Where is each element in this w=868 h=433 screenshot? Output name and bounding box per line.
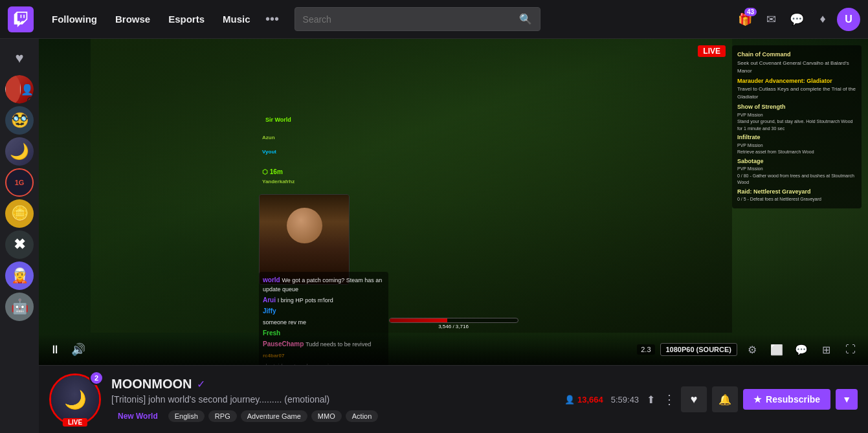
resub-label: Resubscribe <box>766 394 820 405</box>
sidebar-avatar-1[interactable]: 👤 <box>5 75 34 104</box>
stream-details: MOONMOON ✓ [Tritonis] john world's secon… <box>111 377 554 423</box>
viewers-count: 👤 13,664 <box>564 395 603 405</box>
sidebar-avatar-6[interactable]: ✖ <box>5 230 34 259</box>
favorite-button[interactable]: ♥ <box>681 386 707 412</box>
chat-message: Arui I bring HP pots m'lord <box>263 296 384 305</box>
tags-row: New World English RPG Adventure Game MMO… <box>111 410 554 423</box>
chat-icon-btn[interactable]: 💬 <box>785 8 808 31</box>
chat-message: Jiffy <box>263 307 384 316</box>
notification-badge: 43 <box>744 8 757 16</box>
nav-links: Following Browse Esports Music ••• <box>44 8 284 31</box>
resub-dropdown-button[interactable]: ▼ <box>836 389 858 410</box>
nav-esports[interactable]: Esports <box>161 8 212 30</box>
quest-panel: Chain of Command Seek out Covenant Gener… <box>732 45 862 208</box>
inbox-icon: ✉ <box>766 12 776 27</box>
settings-button[interactable]: ⚙ <box>742 340 762 359</box>
pause-button[interactable]: ⏸ <box>47 340 63 359</box>
sidebar-avatar-7[interactable]: 🧝 <box>5 261 34 290</box>
health-bar-container: 3,546 / 3,716 <box>389 318 518 329</box>
resubscribe-button[interactable]: ★ Resubscribe <box>743 389 830 410</box>
tag-mmo[interactable]: MMO <box>311 410 342 422</box>
chat-message: world We got a patch coming? Steam has a… <box>263 276 384 294</box>
stream-actions: 👤 13,664 5:59:43 ⬆ ⋮ ♥ 🔔 ★ Resubscribe ▼ <box>564 386 858 412</box>
health-text: 3,546 / 3,716 <box>389 324 518 329</box>
channel-avatar-container: 🌙 LIVE 2 <box>49 373 101 425</box>
sidebar: ♥ 👤 🥸 🌙 1G 🪙 ✖ 🧝 🤖 <box>0 39 39 433</box>
video-controls: ⏸ 🔊 2.3 1080P60 (SOURCE) ⚙ ⬜ 💬 ⊞ ⛶ <box>39 334 868 365</box>
top-navigation: Following Browse Esports Music ••• 🔍 🎁 4… <box>0 0 868 39</box>
live-indicator: LIVE <box>698 45 726 57</box>
viewer-count-display: 2.3 <box>637 344 654 355</box>
video-player[interactable]: Chain of Command Seek out Covenant Gener… <box>39 39 868 365</box>
webcam-overlay <box>259 194 350 285</box>
player-level: ⬡ 16m <box>262 168 283 175</box>
fullscreen-button[interactable]: ⛶ <box>841 340 860 359</box>
main-content: ♥ 👤 🥸 🌙 1G 🪙 ✖ 🧝 🤖 <box>0 39 868 433</box>
chat-icon: 💬 <box>790 12 804 27</box>
more-nav-icon[interactable]: ••• <box>261 8 284 31</box>
stream-title: [Tritonis] john world's second journey..… <box>111 394 554 405</box>
crown-icon-btn[interactable]: ♦ <box>811 8 834 31</box>
nav-following[interactable]: Following <box>44 8 105 30</box>
nav-music[interactable]: Music <box>215 8 258 30</box>
stream-meta: 👤 13,664 5:59:43 ⬆ ⋮ <box>564 392 676 407</box>
channel-live-label: LIVE <box>63 418 87 427</box>
sidebar-avatar-2[interactable]: 🥸 <box>5 106 34 135</box>
game-tag[interactable]: New World <box>111 410 164 423</box>
volume-button[interactable]: 🔊 <box>69 340 88 359</box>
browse-icon-btn[interactable]: 🎁 43 <box>733 8 757 31</box>
subscriber-number: 2 <box>89 371 104 385</box>
verified-badge-icon: ✓ <box>197 378 205 390</box>
player-tag-sir-world: Sir World <box>265 117 291 123</box>
stream-info: 🌙 LIVE 2 MOONMOON ✓ [Tritonis] john worl… <box>39 365 868 433</box>
quality-badge[interactable]: 1080P60 (SOURCE) <box>660 343 738 356</box>
sidebar-avatar-4[interactable]: 1G <box>5 168 34 197</box>
quest-subtitle: Marauder Advancement: Gladiator <box>737 77 856 86</box>
video-wrapper: Chain of Command Seek out Covenant Gener… <box>39 39 868 365</box>
layout-button[interactable]: ⊞ <box>816 340 836 359</box>
tag-action[interactable]: Action <box>346 410 379 422</box>
search-container: 🔍 <box>295 7 540 31</box>
tag-english[interactable]: English <box>168 410 205 422</box>
player-tag-yanderkafrhz: Yanderkafrhz <box>262 179 295 184</box>
sidebar-avatar-3[interactable]: 🌙 <box>5 137 34 166</box>
player-tag-azun: Azun <box>262 135 275 140</box>
notifications-button[interactable]: 🔔 <box>712 386 738 412</box>
tag-rpg[interactable]: RPG <box>208 410 237 422</box>
chat-toggle-button[interactable]: 💬 <box>792 340 811 359</box>
tag-adventure[interactable]: Adventure Game <box>241 410 307 422</box>
theatre-mode-button[interactable]: ⬜ <box>767 340 786 359</box>
video-section: Chain of Command Seek out Covenant Gener… <box>39 39 868 433</box>
channel-name[interactable]: MOONMOON <box>111 377 192 392</box>
star-icon: ★ <box>753 394 762 405</box>
more-options-button[interactable]: ⋮ <box>663 392 676 407</box>
sidebar-avatar-8[interactable]: 🤖 <box>5 293 34 321</box>
inbox-icon-btn[interactable]: ✉ <box>759 8 783 31</box>
search-button[interactable]: 🔍 <box>511 8 540 30</box>
chat-message: someone rev me <box>263 318 384 327</box>
nav-browse[interactable]: Browse <box>107 8 158 30</box>
crown-icon: ♦ <box>819 12 825 26</box>
search-input[interactable] <box>295 9 511 30</box>
player-tag-vyout: Vyout <box>262 149 276 155</box>
sidebar-followed-channels[interactable]: ♥ <box>5 44 34 72</box>
stream-duration: 5:59:43 <box>611 395 639 405</box>
user-avatar-btn[interactable]: U <box>837 8 860 31</box>
nav-icons: 🎁 43 ✉ 💬 ♦ U <box>733 8 860 31</box>
sidebar-avatar-5[interactable]: 🪙 <box>5 199 34 228</box>
twitch-logo[interactable] <box>8 6 34 32</box>
quest-title: Chain of Command <box>737 50 856 60</box>
share-button[interactable]: ⬆ <box>647 394 655 406</box>
channel-name-row: MOONMOON ✓ <box>111 377 554 392</box>
